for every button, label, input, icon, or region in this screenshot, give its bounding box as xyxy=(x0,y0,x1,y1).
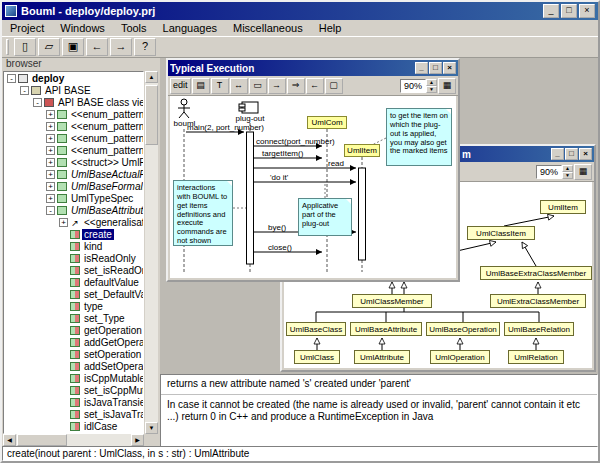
title-bar[interactable]: Bouml - deploy/deploy.prj _ □ × xyxy=(2,2,598,20)
tree-item[interactable]: idlCase xyxy=(4,420,143,432)
tree-item[interactable]: + UmlBaseActualParameter xyxy=(4,168,143,180)
fragment-icon[interactable]: ▭ xyxy=(249,78,267,94)
sequence-diagram-canvas[interactable]: bouml plug-out UmlCom UmlItem main(2, po… xyxy=(170,96,456,278)
class-box[interactable]: UmlRelation xyxy=(508,350,564,364)
tree-item[interactable]: - API BASE class view xyxy=(4,96,143,108)
message-label[interactable]: connect(port_number) xyxy=(256,137,335,146)
close-button[interactable]: × xyxy=(579,148,592,160)
tree-item[interactable]: isCppMutable xyxy=(4,372,143,384)
zoom-spinbox[interactable]: 90% ▲ ▼ xyxy=(536,165,573,179)
message-label[interactable]: close() xyxy=(268,243,292,252)
tree-expander[interactable]: + xyxy=(46,110,55,119)
tree-item[interactable]: setOperation xyxy=(4,348,143,360)
menu-item[interactable]: Help xyxy=(311,21,350,36)
maximize-button[interactable]: □ xyxy=(429,62,442,74)
zoom-value[interactable]: 90% xyxy=(400,79,426,93)
message-label[interactable]: main(2, port_number) xyxy=(187,123,264,132)
message-label[interactable]: bye() xyxy=(268,223,286,232)
tree-item[interactable]: addGetOperation xyxy=(4,336,143,348)
tree-item[interactable]: defaultValue xyxy=(4,276,143,288)
class-box[interactable]: UmlBaseClass xyxy=(286,322,346,336)
tree-item[interactable]: + <<enum_pattern>> aDirection xyxy=(4,120,143,132)
tree-expander[interactable]: - xyxy=(33,98,42,107)
model-tree[interactable]: - deploy - API BASE - API BASE class vie… xyxy=(3,71,144,434)
tree-expander[interactable]: + xyxy=(59,218,68,227)
tree-item[interactable]: - UmlBaseAttribute xyxy=(4,204,143,216)
tree-item[interactable]: set_isCppMutable xyxy=(4,384,143,396)
menu-item[interactable]: Tools xyxy=(113,21,155,36)
message-label[interactable]: read xyxy=(328,159,344,168)
zoom-up-icon[interactable]: ▲ xyxy=(426,79,437,86)
forward-icon[interactable]: → xyxy=(110,38,132,56)
minimize-button[interactable]: _ xyxy=(543,4,559,18)
return-message-icon[interactable]: ← xyxy=(306,78,324,94)
tree-item[interactable]: set_isJavaTransient xyxy=(4,408,143,420)
tree-expander[interactable]: + xyxy=(46,194,55,203)
tree-item[interactable]: + UmlTypeSpec xyxy=(4,192,143,204)
instance-box[interactable]: UmlCom xyxy=(307,116,347,129)
tree-item[interactable]: kind xyxy=(4,240,143,252)
tree-expander[interactable]: + xyxy=(46,134,55,143)
tree-expander[interactable]: - xyxy=(7,74,16,83)
zoom-value[interactable]: 90% xyxy=(536,165,562,179)
class-box[interactable]: UmlBaseExtraClassMember xyxy=(480,266,592,280)
note[interactable]: interactions with BOUML to get items def… xyxy=(173,180,233,246)
message-label[interactable]: 'do it' xyxy=(270,173,288,182)
tree-item[interactable]: create xyxy=(4,228,143,240)
class-box[interactable]: UmlClassItem xyxy=(467,226,535,240)
class-box[interactable]: UmlBaseAttribute xyxy=(350,322,422,336)
scroll-thumb[interactable] xyxy=(145,85,158,145)
toolbar-grip[interactable] xyxy=(6,39,9,55)
scroll-up-icon[interactable]: ▲ xyxy=(145,71,158,83)
scroll-right-icon[interactable]: ▶ xyxy=(131,434,144,446)
tree-item[interactable]: set_isReadOnly xyxy=(4,264,143,276)
tree-expander[interactable]: + xyxy=(46,158,55,167)
class-box[interactable]: UmlClass xyxy=(294,350,340,364)
tree-vertical-scrollbar[interactable]: ▲ ▼ xyxy=(145,71,158,434)
class-box[interactable]: UmlClassMember xyxy=(352,294,432,308)
async-message-icon[interactable]: ⇒ xyxy=(287,78,305,94)
tree-item[interactable]: getOperation xyxy=(4,324,143,336)
tree-expander[interactable]: - xyxy=(46,206,55,215)
anchor-icon[interactable]: ↔ xyxy=(230,78,248,94)
save-icon[interactable]: ▣ xyxy=(62,38,84,56)
fit-scale-icon[interactable]: ▦ xyxy=(438,78,456,94)
note-icon[interactable]: ▤ xyxy=(192,78,210,94)
scroll-down-icon[interactable]: ▼ xyxy=(145,422,158,434)
text-icon[interactable]: T xyxy=(211,78,229,94)
menu-item[interactable]: Windows xyxy=(52,21,113,36)
tree-item[interactable]: isJavaTransient xyxy=(4,396,143,408)
instance-box[interactable]: UmlItem xyxy=(344,144,380,157)
zoom-up-icon[interactable]: ▲ xyxy=(562,165,573,172)
maximize-button[interactable]: □ xyxy=(565,148,578,160)
zoom-down-icon[interactable]: ▼ xyxy=(426,86,437,93)
menu-item[interactable]: Project xyxy=(2,21,52,36)
message-label[interactable]: targetItem() xyxy=(262,149,303,158)
class-box[interactable]: UmlBaseRelation xyxy=(504,322,574,336)
new-icon[interactable]: ▯ xyxy=(14,38,36,56)
tree-horizontal-scrollbar[interactable]: ◀ ▶ xyxy=(3,434,144,446)
class-box[interactable]: UmlExtraClassMember xyxy=(490,294,586,308)
tree-expander[interactable]: - xyxy=(20,86,29,95)
close-button[interactable]: × xyxy=(579,4,595,18)
scroll-thumb[interactable] xyxy=(17,434,67,446)
open-icon[interactable]: ▱ xyxy=(38,38,60,56)
sync-message-icon[interactable]: → xyxy=(268,78,286,94)
close-button[interactable]: × xyxy=(443,62,456,74)
back-icon[interactable]: ← xyxy=(86,38,108,56)
lifeline-icon[interactable]: ▢ xyxy=(325,78,343,94)
tree-expander[interactable]: + xyxy=(46,170,55,179)
class-box[interactable]: UmlItem xyxy=(540,200,586,214)
fit-scale-icon[interactable]: ▦ xyxy=(574,164,592,180)
note[interactable]: Applicative part of the plug-out xyxy=(298,198,352,236)
component-label[interactable]: plug-out xyxy=(230,114,270,123)
tree-item[interactable]: + UmlBaseFormalParameter xyxy=(4,180,143,192)
tree-item[interactable]: type xyxy=(4,300,143,312)
sequence-window-titlebar[interactable]: Typical Execution _ □ × xyxy=(168,60,458,76)
tree-item[interactable]: + <<struct>> UmlParameter xyxy=(4,156,143,168)
tree-expander[interactable]: + xyxy=(46,146,55,155)
minimize-button[interactable]: _ xyxy=(415,62,428,74)
maximize-button[interactable]: □ xyxy=(561,4,577,18)
minimize-button[interactable]: _ xyxy=(551,148,564,160)
menu-item[interactable]: Languages xyxy=(155,21,225,36)
